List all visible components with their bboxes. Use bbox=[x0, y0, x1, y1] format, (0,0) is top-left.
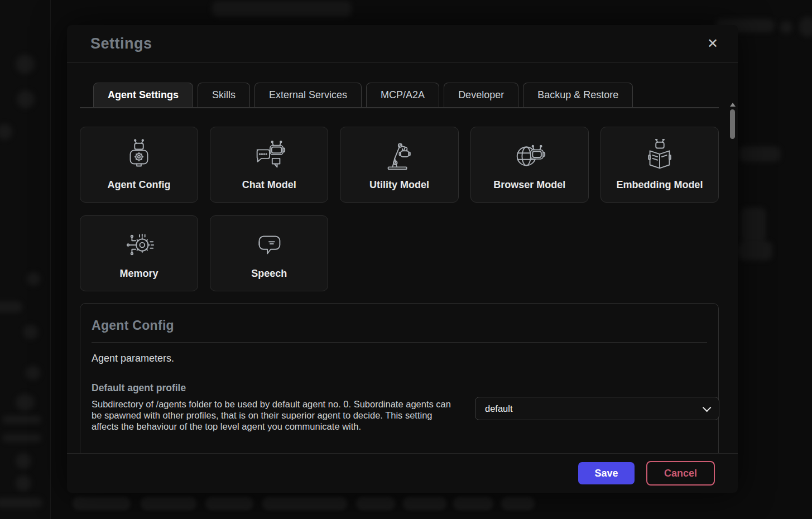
field-text: Default agent profile Subdirectory of /a… bbox=[92, 382, 451, 432]
card-agent-config[interactable]: Agent Config bbox=[80, 127, 198, 203]
modal-header: Settings ✕ bbox=[67, 25, 738, 63]
tab-backup-restore[interactable]: Backup & Restore bbox=[523, 83, 633, 107]
field-description: Subdirectory of /agents folder to be use… bbox=[92, 398, 451, 432]
tab-strip: Agent Settings Skills External Services … bbox=[80, 83, 719, 108]
card-label: Embedding Model bbox=[616, 179, 703, 191]
tab-external-services[interactable]: External Services bbox=[254, 83, 362, 107]
scrollbar-thumb[interactable] bbox=[730, 109, 735, 139]
robot-gear-icon bbox=[119, 139, 159, 174]
field-default-agent-profile: Default agent profile Subdirectory of /a… bbox=[92, 382, 707, 432]
backdrop-blob bbox=[16, 453, 31, 469]
backdrop-blob bbox=[739, 146, 780, 162]
backdrop-blob bbox=[0, 124, 12, 140]
tab-skills[interactable]: Skills bbox=[198, 83, 250, 107]
backdrop-pill bbox=[501, 497, 535, 510]
backdrop-blob bbox=[0, 498, 42, 508]
globe-robot-icon bbox=[510, 139, 550, 174]
section-divider bbox=[92, 342, 707, 343]
scroll-up-icon[interactable] bbox=[730, 103, 736, 107]
backdrop-pill bbox=[356, 497, 395, 510]
backdrop-blob bbox=[26, 366, 40, 380]
backdrop-pill bbox=[262, 497, 347, 510]
backdrop-pill bbox=[205, 497, 253, 510]
agent-config-section: Agent Config Agent parameters. Default a… bbox=[80, 303, 719, 453]
settings-modal: Settings ✕ Agent Settings Skills Externa… bbox=[67, 25, 738, 493]
modal-title: Settings bbox=[90, 35, 152, 52]
backdrop-blob bbox=[780, 21, 792, 33]
cancel-button[interactable]: Cancel bbox=[646, 461, 715, 486]
sidebar-background bbox=[0, 0, 51, 519]
card-chat-model[interactable]: Chat Model bbox=[210, 127, 328, 203]
backdrop-blob bbox=[16, 394, 35, 411]
backdrop-blob bbox=[799, 17, 812, 37]
modal-content: Agent Settings Skills External Services … bbox=[67, 63, 738, 453]
tab-mcp-a2a[interactable]: MCP/A2A bbox=[366, 83, 439, 107]
backdrop-blob bbox=[16, 55, 35, 74]
default-agent-profile-select[interactable]: default bbox=[475, 397, 719, 420]
modal-footer: Save Cancel bbox=[67, 453, 738, 493]
card-embedding-model[interactable]: Embedding Model bbox=[600, 127, 719, 203]
backdrop-blob bbox=[23, 325, 38, 339]
content-scrollbar[interactable] bbox=[729, 100, 737, 453]
close-button[interactable]: ✕ bbox=[704, 35, 721, 52]
save-button[interactable]: Save bbox=[578, 462, 635, 484]
backdrop-blob bbox=[0, 301, 22, 313]
backdrop-pill bbox=[141, 497, 196, 510]
backdrop-blob bbox=[738, 241, 772, 260]
card-label: Memory bbox=[120, 268, 158, 280]
backdrop-blob bbox=[16, 475, 31, 491]
backdrop-pill bbox=[403, 497, 446, 510]
card-browser-model[interactable]: Browser Model bbox=[470, 127, 589, 203]
backdrop-pill bbox=[73, 497, 131, 510]
card-label: Utility Model bbox=[369, 179, 429, 191]
backdrop-blob bbox=[2, 416, 41, 424]
speech-bubble-icon bbox=[249, 228, 289, 262]
backdrop-blob bbox=[741, 208, 766, 242]
tab-agent-settings[interactable]: Agent Settings bbox=[93, 83, 193, 107]
backdrop-pill bbox=[453, 497, 493, 510]
robot-book-icon bbox=[640, 139, 680, 174]
field-control: default bbox=[475, 382, 719, 432]
backdrop-blob bbox=[27, 272, 40, 286]
backdrop-blob bbox=[2, 434, 41, 442]
section-description: Agent parameters. bbox=[92, 353, 707, 364]
card-memory[interactable]: Memory bbox=[80, 215, 198, 291]
card-label: Chat Model bbox=[242, 179, 296, 191]
card-utility-model[interactable]: Utility Model bbox=[340, 127, 458, 203]
card-label: Browser Model bbox=[493, 179, 565, 191]
card-label: Speech bbox=[251, 268, 287, 280]
backdrop-blob bbox=[17, 90, 35, 108]
chat-bubbles-robot-icon bbox=[249, 139, 289, 174]
select-value: default bbox=[485, 403, 513, 414]
field-label: Default agent profile bbox=[92, 382, 451, 394]
close-icon: ✕ bbox=[707, 36, 718, 51]
settings-card-grid: Agent Config Chat Model bbox=[80, 127, 719, 291]
chevron-down-icon bbox=[703, 403, 712, 412]
tab-developer[interactable]: Developer bbox=[444, 83, 518, 107]
card-label: Agent Config bbox=[108, 179, 171, 191]
card-speech[interactable]: Speech bbox=[210, 215, 328, 291]
circuit-gear-icon bbox=[119, 228, 159, 262]
backdrop-blob bbox=[212, 1, 352, 17]
robot-arm-icon bbox=[379, 139, 419, 174]
section-title: Agent Config bbox=[92, 318, 707, 333]
